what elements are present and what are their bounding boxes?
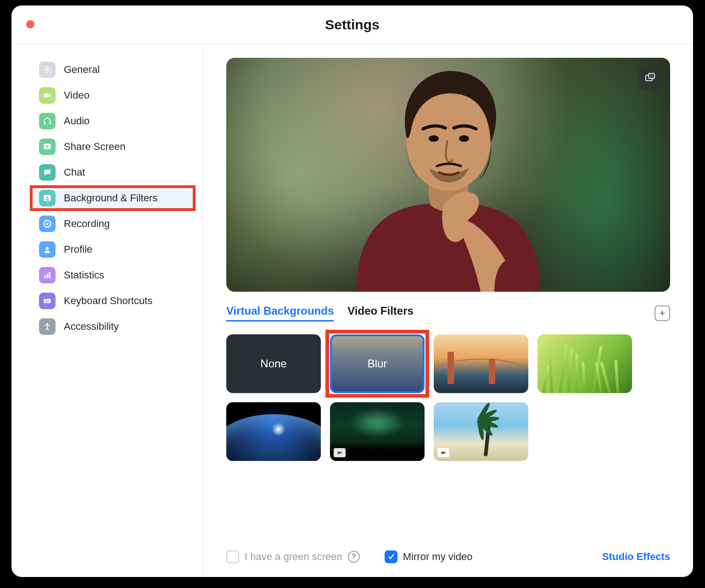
svg-rect-16 (48, 300, 49, 301)
content-pane: Virtual BackgroundsVideo Filters + NoneB… (203, 44, 693, 577)
background-option-grass[interactable] (537, 334, 632, 393)
background-option-earth[interactable] (226, 402, 321, 461)
tab-virtual-backgrounds[interactable]: Virtual Backgrounds (226, 305, 334, 322)
green-screen-help-button[interactable]: ? (348, 551, 360, 563)
svg-rect-3 (49, 122, 50, 125)
sidebar-item-label: Keyboard Shortcuts (64, 295, 152, 307)
sidebar-item-label: General (64, 64, 100, 76)
svg-point-6 (46, 196, 48, 198)
svg-rect-12 (49, 272, 50, 278)
background-option-beach[interactable] (434, 402, 528, 461)
svg-rect-11 (46, 274, 48, 278)
sidebar-item-recording[interactable]: Recording (30, 211, 196, 237)
video-badge-icon (437, 448, 449, 457)
video-badge-icon (334, 448, 346, 457)
sidebar-item-audio[interactable]: Audio (30, 108, 196, 134)
recording-icon (39, 216, 56, 232)
svg-rect-24 (338, 452, 341, 454)
svg-rect-1 (44, 94, 49, 97)
svg-point-18 (46, 323, 48, 325)
titlebar: Settings (11, 6, 693, 44)
preview-person (329, 62, 568, 292)
sidebar-item-keyboard-shortcuts[interactable]: Keyboard Shortcuts (30, 288, 196, 314)
window-close-button[interactable] (26, 20, 34, 28)
sidebar-item-statistics[interactable]: Statistics (30, 262, 196, 288)
footer-row: I have a green screen ? Mirror my video … (226, 532, 670, 563)
sidebar-item-profile[interactable]: Profile (30, 237, 196, 262)
sidebar-item-accessibility[interactable]: Accessibility (30, 314, 196, 339)
svg-rect-25 (442, 452, 444, 454)
studio-effects-link[interactable]: Studio Effects (602, 551, 670, 563)
share-screen-icon (39, 139, 56, 155)
statistics-icon (39, 267, 56, 283)
backgrounds-grid: NoneBlur (226, 334, 670, 461)
svg-rect-13 (44, 299, 51, 303)
sidebar-item-share-screen[interactable]: Share Screen (30, 134, 196, 160)
background-option-bridge[interactable] (434, 334, 528, 393)
svg-point-9 (46, 247, 49, 250)
svg-rect-2 (44, 122, 45, 125)
keyboard-icon (39, 293, 56, 309)
sidebar-item-label: Share Screen (64, 141, 126, 153)
sidebar-item-label: Accessibility (64, 321, 119, 333)
svg-point-20 (429, 135, 439, 142)
sidebar-item-label: Recording (64, 218, 110, 230)
sidebar-item-label: Audio (64, 115, 90, 127)
background-option-aurora[interactable] (330, 402, 425, 461)
sidebar-item-label: Background & Filters (64, 192, 157, 204)
sidebar-item-label: Statistics (64, 269, 104, 281)
green-screen-label: I have a green screen (245, 551, 342, 563)
svg-rect-10 (44, 275, 45, 278)
sidebar-item-label: Chat (64, 166, 85, 178)
settings-window: Settings GeneralVideoAudioShare ScreenCh… (11, 6, 693, 577)
headphones-icon (39, 113, 56, 129)
svg-rect-14 (45, 300, 46, 301)
highlight-annotation (325, 330, 429, 398)
profile-icon (39, 241, 56, 258)
video-preview (226, 58, 670, 292)
svg-point-8 (46, 223, 49, 225)
accessibility-icon (39, 318, 56, 335)
background-icon (39, 190, 56, 206)
plus-icon: + (660, 307, 666, 319)
gear-icon (39, 61, 56, 78)
window-title: Settings (11, 17, 693, 33)
sidebar-item-general[interactable]: General (30, 57, 196, 83)
sidebar-item-label: Profile (64, 244, 92, 255)
video-icon (39, 87, 56, 104)
background-option-none[interactable]: None (226, 334, 321, 393)
tab-video-filters[interactable]: Video Filters (347, 305, 414, 322)
sidebar-item-chat[interactable]: Chat (30, 160, 196, 185)
sidebar-item-video[interactable]: Video (30, 83, 196, 108)
svg-point-21 (459, 135, 469, 142)
add-background-button[interactable]: + (655, 305, 670, 321)
green-screen-checkbox[interactable] (226, 550, 239, 563)
sidebar-item-label: Video (64, 89, 90, 101)
chat-icon (39, 164, 56, 181)
background-option-label: None (260, 357, 286, 370)
mirror-video-checkbox[interactable] (385, 550, 397, 563)
svg-rect-17 (46, 302, 49, 303)
sidebar-item-background-filters[interactable]: Background & Filters (30, 185, 196, 211)
popout-icon (644, 72, 655, 83)
popout-preview-button[interactable] (638, 66, 662, 90)
tabs-row: Virtual BackgroundsVideo Filters + (226, 305, 670, 322)
sidebar: GeneralVideoAudioShare ScreenChatBackgro… (11, 44, 203, 577)
check-icon (387, 553, 395, 561)
svg-point-0 (46, 69, 49, 71)
mirror-video-label: Mirror my video (403, 551, 473, 563)
svg-rect-23 (649, 73, 655, 78)
svg-rect-15 (46, 300, 47, 301)
